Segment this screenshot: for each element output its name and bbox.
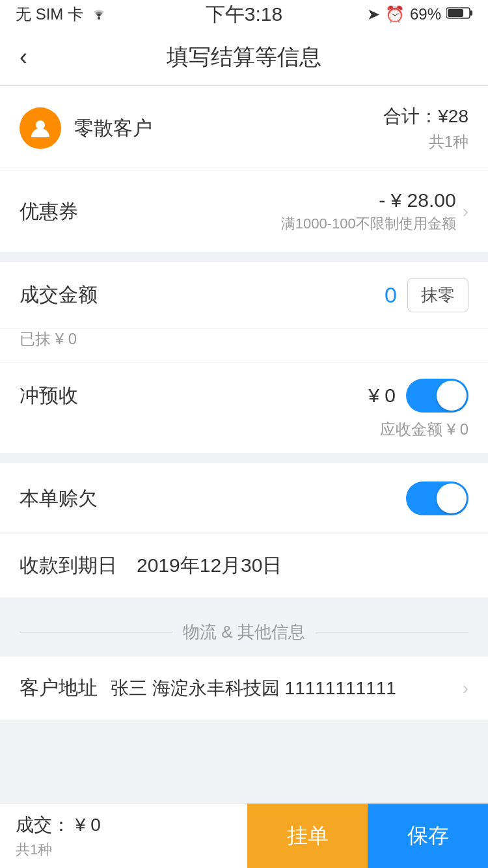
svg-rect-3 (448, 9, 463, 17)
prepay-right: ¥ 0 (368, 379, 468, 413)
deal-sub: 已抹 ¥ 0 (0, 329, 488, 362)
debt-toggle[interactable] (406, 481, 468, 515)
debt-label: 本单赊欠 (20, 485, 98, 512)
customer-left: 零散客户 (20, 107, 152, 149)
logistics-divider: 物流 & 其他信息 (0, 608, 488, 657)
no-sim-text: 无 SIM 卡 (16, 4, 83, 25)
address-label: 客户地址 (20, 675, 98, 701)
avatar (20, 107, 61, 149)
svg-rect-2 (470, 10, 472, 16)
debt-section: 本单赊欠 收款到期日 2019年12月30日 (0, 463, 488, 597)
alarm-icon: ⏰ (385, 5, 405, 23)
deal-right: 0 抹零 (385, 278, 468, 312)
coupon-amount: - ¥ 28.00 (281, 189, 456, 211)
location-icon: ➤ (367, 5, 380, 23)
total-amount: 合计：¥28 (383, 104, 468, 129)
back-button[interactable]: ‹ (20, 44, 27, 71)
deal-amount: 0 (385, 282, 397, 308)
prepay-section: 冲预收 ¥ 0 应收金额 ¥ 0 (0, 362, 488, 453)
status-time: 下午3:18 (206, 1, 282, 28)
status-left: 无 SIM 卡 (16, 4, 108, 25)
bottom-summary: 成交： ¥ 0 共1种 (0, 804, 247, 868)
save-button[interactable]: 保存 (368, 804, 488, 868)
due-label: 收款到期日 (20, 552, 117, 579)
logistics-section: 物流 & 其他信息 (0, 608, 488, 657)
prepay-amount: ¥ 0 (368, 385, 396, 407)
coupon-label: 优惠券 (20, 198, 78, 225)
bottom-bar: 成交： ¥ 0 共1种 挂单 保存 (0, 803, 488, 868)
customer-section: 零散客户 合计：¥28 共1种 优惠券 - ¥ 28.00 满1000-100不… (0, 86, 488, 252)
coupon-right: - ¥ 28.00 满1000-100不限制使用金额 › (281, 189, 468, 234)
hang-button[interactable]: 挂单 (247, 804, 368, 868)
address-row[interactable]: 客户地址 张三 海淀永丰科技园 11111111111 › (0, 657, 488, 720)
due-date: 2019年12月30日 (137, 552, 282, 579)
divider-line-right (316, 632, 468, 632)
coupon-value: - ¥ 28.00 满1000-100不限制使用金额 (281, 189, 456, 234)
deal-section: 成交金额 0 抹零 已抹 ¥ 0 冲预收 ¥ 0 应收金额 ¥ 0 (0, 262, 488, 453)
nav-bar: ‹ 填写结算等信息 (0, 29, 488, 86)
logistics-label: 物流 & 其他信息 (183, 621, 305, 644)
coupon-desc: 满1000-100不限制使用金额 (281, 214, 456, 234)
debt-toggle-knob (437, 483, 467, 513)
customer-name: 零散客户 (74, 115, 152, 142)
coupon-row[interactable]: 优惠券 - ¥ 28.00 满1000-100不限制使用金额 › (0, 170, 488, 252)
address-chevron-icon: › (463, 678, 468, 699)
deal-row: 成交金额 0 抹零 (0, 262, 488, 329)
battery-text: 69% (410, 5, 441, 23)
nav-title: 填写结算等信息 (167, 42, 321, 72)
round-zero-button[interactable]: 抹零 (407, 278, 468, 312)
deal-label: 成交金额 (20, 282, 98, 308)
battery-icon (446, 5, 472, 23)
prepay-toggle[interactable] (406, 379, 468, 413)
wifi-icon (90, 5, 108, 23)
prepay-label: 冲预收 (20, 383, 78, 409)
svg-point-0 (98, 17, 100, 20)
total-count: 共1种 (383, 131, 468, 152)
due-row: 收款到期日 2019年12月30日 (0, 534, 488, 597)
status-bar: 无 SIM 卡 下午3:18 ➤ ⏰ 69% (0, 0, 488, 29)
prepay-amount-value: ¥ 0 (368, 385, 396, 407)
svg-point-4 (36, 120, 45, 129)
bottom-count-label: 共1种 (16, 840, 232, 860)
address-value: 张三 海淀永丰科技园 11111111111 (111, 676, 463, 701)
address-section: 客户地址 张三 海淀永丰科技园 11111111111 › (0, 657, 488, 720)
prepay-sub: 应收金额 ¥ 0 (0, 419, 488, 453)
divider-line-left (20, 632, 172, 632)
status-right: ➤ ⏰ 69% (367, 5, 472, 23)
toggle-knob (437, 381, 467, 411)
prepay-row: 冲预收 ¥ 0 (0, 363, 488, 419)
customer-row: 零散客户 合计：¥28 共1种 (0, 86, 488, 170)
debt-row: 本单赊欠 (0, 463, 488, 534)
bottom-deal-label: 成交： ¥ 0 (16, 813, 232, 837)
customer-right: 合计：¥28 共1种 (383, 104, 468, 152)
coupon-chevron-icon: › (463, 201, 468, 222)
